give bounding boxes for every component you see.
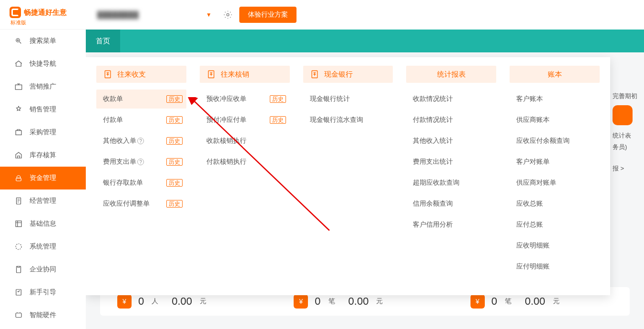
flyout-column-header: 统计报表 — [406, 66, 496, 83]
menu-item[interactable]: 信用余额查询 — [406, 194, 496, 213]
sidebar-item-10[interactable]: 企业协同 — [0, 258, 86, 281]
flyout-column-header: 往来收支 — [96, 66, 186, 83]
sidebar-item-3[interactable]: 销售管理 — [0, 98, 86, 121]
gear-icon[interactable] — [223, 10, 233, 20]
menu-item[interactable]: 收款情况统计 — [406, 90, 496, 109]
menu-item-label: 付款核销执行 — [206, 158, 246, 166]
menu-item[interactable]: 收款核销执行 — [200, 131, 290, 150]
tab-bar: 首页 — [86, 30, 644, 52]
menu-item-label: 应收应付调整单 — [103, 199, 150, 208]
sidebar-item-1[interactable]: 快捷导航 — [0, 52, 86, 75]
stat-amount: 0.00 — [525, 295, 545, 308]
sidebar-item-9[interactable]: 系统管理 — [0, 235, 86, 258]
brand-edition: 标准版 — [10, 19, 86, 26]
sidebar-item-label: 资金管理 — [30, 174, 56, 182]
stat-count: 0 — [138, 295, 144, 308]
help-icon[interactable]: ? — [137, 159, 144, 165]
menu-item[interactable]: 应付总账 — [510, 215, 600, 234]
history-tag[interactable]: 历史 — [166, 200, 183, 208]
history-tag[interactable]: 历史 — [166, 95, 183, 103]
peek-text[interactable]: 报 > — [613, 163, 644, 174]
menu-item-label: 应付总账 — [516, 220, 543, 229]
sidebar-item-label: 经营管理 — [30, 197, 56, 205]
sidebar-item-4[interactable]: 采购管理 — [0, 121, 86, 144]
svg-rect-8 — [16, 289, 21, 295]
svg-rect-1 — [15, 85, 22, 90]
experience-plan-button[interactable]: 体验行业方案 — [239, 7, 296, 23]
flyout-column: 往来核销预收冲应收单历史预付冲应付单历史收款核销执行付款核销执行 — [200, 66, 290, 276]
menu-item-label: 客户账本 — [516, 95, 543, 103]
menu-item[interactable]: 银行存取款单历史 — [96, 173, 186, 192]
sidebar-item-8[interactable]: 基础信息 — [0, 212, 86, 235]
menu-item[interactable]: 应收总账 — [510, 194, 600, 213]
menu-item[interactable]: 应付明细账 — [510, 257, 600, 276]
menu-item[interactable]: 应收应付调整单历史 — [96, 194, 186, 213]
sidebar-item-12[interactable]: 智能硬件 — [0, 304, 86, 327]
menu-item[interactable]: 客户账本 — [510, 90, 600, 109]
menu-item[interactable]: 现金银行流水查询 — [303, 110, 393, 130]
stat-unit: 元 — [200, 297, 206, 306]
menu-item[interactable]: 预收冲应收单历史 — [200, 90, 290, 109]
stat-unit: 笔 — [505, 297, 511, 306]
sidebar-item-5[interactable]: 库存核算 — [0, 144, 86, 167]
menu-item[interactable]: 应收应付余额查询 — [510, 131, 600, 150]
stat-card: 0人 0.00元 — [100, 294, 276, 309]
menu-item[interactable]: 收款单历史 — [96, 90, 186, 109]
flyout-column: 统计报表收款情况统计付款情况统计其他收入统计费用支出统计超期应收款查询信用余额查… — [406, 66, 496, 276]
sidebar-item-0[interactable]: 搜索菜单 — [0, 30, 86, 52]
sidebar-item-label: 系统管理 — [30, 242, 56, 251]
menu-item[interactable]: 付款情况统计 — [406, 110, 496, 130]
tab-home[interactable]: 首页 — [86, 30, 120, 52]
menu-item-label: 信用余额查询 — [413, 199, 453, 208]
sidebar-item-2[interactable]: 营销推广 — [0, 75, 86, 98]
flyout-column-header: 往来核销 — [200, 66, 290, 83]
flyout-column: 账本客户账本供应商账本应收应付余额查询客户对账单供应商对账单应收总账应付总账应收… — [510, 66, 600, 276]
history-tag[interactable]: 历史 — [166, 116, 183, 124]
menu-item[interactable]: 应收明细账 — [510, 236, 600, 255]
sidebar-item-6[interactable]: 资金管理 — [0, 167, 86, 189]
menu-item-label: 供应商账本 — [516, 116, 550, 124]
sidebar-item-7[interactable]: 经营管理 — [0, 189, 86, 212]
history-tag[interactable]: 历史 — [270, 116, 286, 124]
sidebar-item-11[interactable]: 新手引导 — [0, 281, 86, 304]
menu-item-label: 应付明细账 — [516, 262, 550, 271]
svg-rect-5 — [16, 221, 21, 227]
svg-rect-9 — [16, 313, 21, 318]
flyout-column-header: 账本 — [510, 66, 600, 83]
help-icon[interactable]: ? — [137, 138, 144, 144]
history-tag[interactable]: 历史 — [166, 137, 183, 145]
menu-item[interactable]: 其他收入单?历史 — [96, 131, 186, 150]
menu-item[interactable]: 供应商对账单 — [510, 173, 600, 192]
dashboard-right-peek: 完善期初 统计表 务员) 报 > — [613, 90, 644, 174]
menu-item[interactable]: 费用支出统计 — [406, 152, 496, 171]
menu-item-label: 银行存取款单 — [103, 179, 143, 187]
col-title: 现金银行 — [324, 70, 353, 79]
sidebar-item-label: 采购管理 — [30, 128, 56, 137]
peek-text: 完善期初 — [613, 90, 644, 101]
brand-block: 畅捷通好生意 标准版 — [0, 0, 86, 30]
svg-rect-2 — [16, 130, 21, 135]
col-title: 往来收支 — [117, 70, 146, 79]
stat-unit: 元 — [376, 297, 383, 306]
menu-item[interactable]: 供应商账本 — [510, 110, 600, 130]
stat-amount: 0.00 — [348, 295, 369, 308]
menu-item[interactable]: 费用支出单?历史 — [96, 152, 186, 171]
menu-item[interactable]: 客户信用分析 — [406, 215, 496, 234]
flyout-column: 现金银行现金银行统计现金银行流水查询 — [303, 66, 393, 276]
history-tag[interactable]: 历史 — [166, 158, 183, 166]
menu-item[interactable]: 超期应收款查询 — [406, 173, 496, 192]
history-tag[interactable]: 历史 — [270, 95, 286, 103]
sidebar-item-label: 基础信息 — [30, 219, 56, 228]
menu-item[interactable]: 付款核销执行 — [200, 152, 290, 171]
menu-item[interactable]: 客户对账单 — [510, 152, 600, 171]
menu-item[interactable]: 其他收入统计 — [406, 131, 496, 150]
menu-item-label: 超期应收款查询 — [413, 179, 460, 187]
menu-item-label: 客户对账单 — [516, 158, 550, 166]
org-selector[interactable]: ████████ ▼ — [92, 7, 216, 23]
history-tag[interactable]: 历史 — [166, 179, 183, 187]
menu-item[interactable]: 付款单历史 — [96, 110, 186, 130]
menu-item[interactable]: 预付冲应付单历史 — [200, 110, 290, 130]
menu-item[interactable]: 现金银行统计 — [303, 90, 393, 109]
sidebar: 畅捷通好生意 标准版 搜索菜单快捷导航营销推广销售管理采购管理库存核算资金管理经… — [0, 0, 86, 329]
svg-point-10 — [227, 14, 229, 16]
